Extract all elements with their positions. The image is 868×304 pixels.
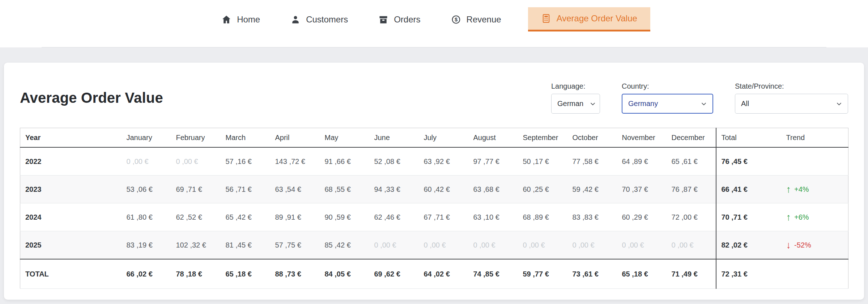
column-header-february: February: [171, 128, 221, 148]
column-header-june: June: [369, 128, 419, 148]
value-cell: 83 ,19 €: [122, 231, 171, 259]
value-cell: 57 ,16 €: [221, 147, 270, 176]
value-cell: 64 ,02 €: [419, 259, 468, 289]
language-filter: Language: German: [551, 82, 600, 114]
value-cell: 97 ,77 €: [468, 147, 518, 176]
column-header-may: May: [320, 128, 369, 148]
nav-item-revenue[interactable]: $ Revenue: [447, 7, 505, 31]
nav-item-orders[interactable]: Orders: [375, 7, 424, 31]
language-select-value: German: [557, 100, 583, 108]
value-cell: 72 ,00 €: [667, 203, 716, 231]
year-cell: 2023: [20, 176, 122, 203]
nav-item-label: Customers: [306, 14, 348, 25]
value-cell: 73 ,61 €: [567, 259, 617, 289]
trend-cell: ↑+4%: [781, 176, 848, 203]
value-cell: 0 ,00 €: [122, 147, 171, 176]
state-select[interactable]: All: [735, 94, 848, 114]
value-cell: 0 ,00 €: [518, 231, 567, 259]
svg-text:$: $: [454, 17, 457, 22]
column-header-march: March: [221, 128, 270, 148]
state-select-value: All: [741, 100, 749, 108]
value-cell: 68 ,89 €: [518, 203, 567, 231]
value-cell: 70 ,37 €: [617, 176, 667, 203]
trend-cell: ↓-52%: [781, 231, 848, 259]
value-cell: 56 ,71 €: [221, 176, 270, 203]
value-cell: 89 ,91 €: [270, 203, 320, 231]
nav-item-customers[interactable]: Customers: [287, 7, 352, 31]
value-cell: 94 ,33 €: [369, 176, 419, 203]
top-nav: Home Customers Orders $ Revenue Average …: [0, 0, 868, 47]
nav-divider: [42, 47, 826, 47]
total-row-label: TOTAL: [20, 259, 122, 289]
value-cell: 64 ,89 €: [617, 147, 667, 176]
table-total-row: TOTAL66 ,02 €78 ,18 €65 ,18 €88 ,73 €84 …: [20, 259, 848, 289]
value-cell: 90 ,59 €: [320, 203, 369, 231]
country-select-value: Germany: [628, 100, 658, 108]
card-header: Average Order Value Language: German Cou…: [20, 82, 848, 114]
revenue-icon: $: [451, 14, 461, 25]
value-cell: 0 ,00 €: [617, 231, 667, 259]
value-cell: 71 ,49 €: [667, 259, 716, 289]
value-cell: 65 ,18 €: [221, 259, 270, 289]
value-cell: 50 ,17 €: [518, 147, 567, 176]
value-cell: 83 ,83 €: [567, 203, 617, 231]
column-header-april: April: [270, 128, 320, 148]
column-header-january: January: [122, 128, 171, 148]
trend-cell: ↑+6%: [781, 203, 848, 231]
value-cell: 68 ,55 €: [320, 176, 369, 203]
value-cell: 84 ,05 €: [320, 259, 369, 289]
value-cell: 78 ,18 €: [171, 259, 221, 289]
nav-item-label: Home: [237, 14, 260, 25]
column-header-july: July: [419, 128, 468, 148]
value-cell: 69 ,71 €: [171, 176, 221, 203]
total-cell: 76 ,45 €: [716, 147, 781, 176]
customers-icon: [290, 14, 301, 25]
value-cell: 60 ,42 €: [419, 176, 468, 203]
country-label: Country:: [622, 82, 713, 90]
value-cell: 65 ,18 €: [617, 259, 667, 289]
table-row-2023: 202353 ,06 €69 ,71 €56 ,71 €63 ,54 €68 ,…: [20, 176, 848, 203]
value-cell: 63 ,92 €: [419, 147, 468, 176]
column-header-december: December: [667, 128, 716, 148]
calculator-icon: [541, 13, 551, 24]
value-cell: 69 ,62 €: [369, 259, 419, 289]
main-nav: Home Customers Orders $ Revenue Average …: [0, 0, 868, 31]
value-cell: 77 ,58 €: [567, 147, 617, 176]
filters: Language: German Country: Germany: [551, 82, 848, 114]
nav-item-label: Average Order Value: [557, 13, 637, 24]
column-header-november: November: [617, 128, 667, 148]
language-label: Language:: [551, 82, 600, 90]
value-cell: 0 ,00 €: [171, 147, 221, 176]
nav-item-label: Orders: [394, 14, 420, 25]
value-cell: 0 ,00 €: [369, 231, 419, 259]
content-card: Average Order Value Language: German Cou…: [4, 63, 864, 300]
state-label: State/Province:: [735, 82, 848, 90]
value-cell: 57 ,75 €: [270, 231, 320, 259]
trend-value: -52%: [794, 241, 811, 249]
value-cell: 59 ,42 €: [567, 176, 617, 203]
value-cell: 60 ,29 €: [617, 203, 667, 231]
chevron-down-icon: [589, 100, 596, 107]
value-cell: 66 ,02 €: [122, 259, 171, 289]
chevron-down-icon: [835, 100, 843, 107]
trend-cell: [781, 147, 848, 176]
value-cell: 60 ,25 €: [518, 176, 567, 203]
state-filter: State/Province: All: [735, 82, 848, 114]
table-row-2024: 202461 ,80 €62 ,52 €65 ,42 €89 ,91 €90 ,…: [20, 203, 848, 231]
trend-value: +6%: [794, 213, 809, 221]
language-select[interactable]: German: [551, 94, 600, 114]
country-select[interactable]: Germany: [622, 94, 713, 114]
value-cell: 67 ,71 €: [419, 203, 468, 231]
nav-item-label: Revenue: [467, 14, 501, 25]
year-cell: 2025: [20, 231, 122, 259]
value-cell: 0 ,00 €: [468, 231, 518, 259]
nav-item-average-order-value[interactable]: Average Order Value: [528, 7, 650, 31]
value-cell: 63 ,68 €: [468, 176, 518, 203]
column-header-total: Total: [716, 128, 781, 148]
value-cell: 81 ,45 €: [221, 231, 270, 259]
value-cell: 143 ,72 €: [270, 147, 320, 176]
nav-item-home[interactable]: Home: [218, 7, 264, 31]
value-cell: 65 ,61 €: [667, 147, 716, 176]
value-cell: 62 ,52 €: [171, 203, 221, 231]
trend-down-arrow-icon: ↓: [786, 240, 791, 250]
